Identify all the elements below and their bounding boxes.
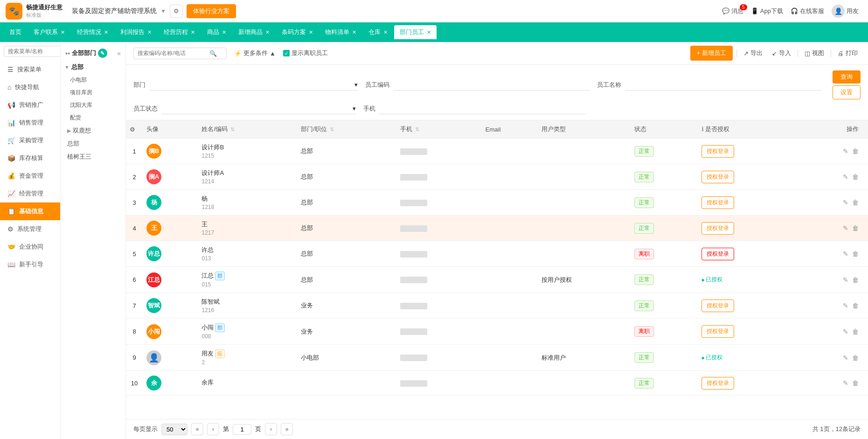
dept-sub-peihuo[interactable]: 配货 <box>61 111 125 124</box>
edit-icon[interactable]: ✎ <box>843 379 848 387</box>
online-service-button[interactable]: 🎧 在线客服 <box>791 7 824 15</box>
import-button[interactable]: ↙ 导入 <box>769 47 794 59</box>
col-name[interactable]: 姓名/编码 ⇅ <box>198 120 297 139</box>
title-dropdown-icon[interactable]: ▼ <box>160 8 166 14</box>
user-avatar[interactable]: 👤 用友 <box>832 5 859 18</box>
auth-login-button[interactable]: 授权登录 <box>701 300 734 312</box>
query-button[interactable]: 查询 <box>833 70 861 84</box>
nav-item-history[interactable]: 经营历程 ✕ <box>158 25 201 39</box>
nav-close-profit[interactable]: ✕ <box>147 29 152 35</box>
nav-item-employees[interactable]: 部门员工 ✕ <box>394 25 437 39</box>
last-page-button[interactable]: » <box>281 423 293 435</box>
trial-button[interactable]: 体验行业方案 <box>187 4 236 18</box>
app-download-button[interactable]: 📱 App下载 <box>751 7 783 15</box>
edit-icon[interactable]: ✎ <box>843 302 848 309</box>
page-number-input[interactable] <box>233 424 251 435</box>
delete-icon[interactable]: 🗑 <box>852 173 859 181</box>
search-input[interactable] <box>138 50 208 56</box>
sidebar-item-marketing[interactable]: 📢营销推广 <box>0 96 60 114</box>
auth-login-button[interactable]: 授权登录 <box>701 325 734 338</box>
auth-login-button[interactable]: 授权登录 <box>701 171 734 183</box>
nav-close-customer[interactable]: ✕ <box>61 29 65 35</box>
auth-login-button[interactable]: 授权登录 <box>701 248 734 260</box>
edit-icon[interactable]: ✎ <box>843 199 848 206</box>
prev-page-button[interactable]: ‹ <box>207 423 219 435</box>
more-filter-button[interactable]: ⚡ 更多条件 ▲ <box>230 47 279 59</box>
dept-sub-xiaodiandu[interactable]: 小电部 <box>61 74 125 86</box>
sort-name-icon[interactable]: ⇅ <box>230 126 235 132</box>
edit-icon[interactable]: ✎ <box>843 224 848 232</box>
nav-item-customer[interactable]: 客户联系 ✕ <box>28 25 70 39</box>
page-size-select[interactable]: 50 20 100 <box>161 424 187 435</box>
nav-close-add-goods[interactable]: ✕ <box>265 29 270 35</box>
nav-item-barcode[interactable]: 条码方案 ✕ <box>276 25 319 39</box>
employee-code-input[interactable] <box>393 79 590 91</box>
nav-close-barcode[interactable]: ✕ <box>309 29 313 35</box>
col-phone[interactable]: 手机 ⇅ <box>396 120 482 139</box>
dept-item-zhishu[interactable]: 植树王三 <box>61 150 125 163</box>
nav-item-warehouse[interactable]: 仓库 ✕ <box>363 25 393 39</box>
nav-close-employees[interactable]: ✕ <box>427 29 431 35</box>
dept-collapse-button[interactable]: « <box>117 49 121 57</box>
col-dept[interactable]: 部门/职位 ⇅ <box>297 120 396 139</box>
dept-sub-shenyang[interactable]: 沈阳大库 <box>61 99 125 111</box>
nav-item-profit[interactable]: 利润报告 ✕ <box>115 25 157 39</box>
sidebar-search-input[interactable] <box>4 46 61 57</box>
delete-icon[interactable]: 🗑 <box>852 276 859 284</box>
sidebar-item-system[interactable]: ⚙系统管理 <box>0 220 60 238</box>
delete-icon[interactable]: 🗑 <box>852 328 859 335</box>
print-button[interactable]: 🖨 打印 <box>835 47 861 59</box>
auth-login-button[interactable]: 授权登录 <box>701 377 734 390</box>
nav-item-bom[interactable]: 物料清单 ✕ <box>319 25 362 39</box>
dept-edit-button[interactable]: ✎ <box>98 49 107 58</box>
nav-item-home[interactable]: 首页 <box>4 25 27 39</box>
dept-group-title-zongbu[interactable]: ▼ 总部 <box>61 61 125 74</box>
dept-filter-select[interactable]: ▾ <box>149 79 358 91</box>
sidebar-item-guide[interactable]: 📖新手引导 <box>0 256 60 273</box>
sort-dept-icon[interactable]: ⇅ <box>330 126 334 132</box>
first-page-button[interactable]: « <box>191 423 203 435</box>
edit-icon[interactable]: ✎ <box>843 250 848 258</box>
view-button[interactable]: ◫ 视图 <box>802 47 827 59</box>
delete-icon[interactable]: 🗑 <box>852 379 859 387</box>
dept-item-zongbu2[interactable]: 总部 <box>61 137 125 150</box>
dept-sub-project[interactable]: 项目库房 <box>61 86 125 99</box>
auth-login-button[interactable]: 授权登录 <box>701 145 734 158</box>
phone-filter-input[interactable] <box>379 103 586 114</box>
nav-close-history[interactable]: ✕ <box>191 29 195 35</box>
sidebar-item-management[interactable]: 📈经营管理 <box>0 185 60 202</box>
nav-close-warehouse[interactable]: ✕ <box>383 29 388 35</box>
sidebar-item-quicknav[interactable]: ⌂快捷导航 <box>0 78 60 96</box>
nav-item-operation[interactable]: 经营情况 ✕ <box>71 25 114 39</box>
sort-phone-icon[interactable]: ⇅ <box>415 126 419 132</box>
sidebar-item-finance[interactable]: 💰资金管理 <box>0 167 60 185</box>
message-button[interactable]: 💬 消息 5 <box>722 7 743 15</box>
edit-icon[interactable]: ✎ <box>843 328 848 335</box>
sidebar-item-purchase[interactable]: 🛒采购管理 <box>0 132 60 149</box>
delete-icon[interactable]: 🗑 <box>852 224 859 232</box>
export-button[interactable]: ↗ 导出 <box>741 47 765 59</box>
col-settings[interactable]: ⚙ <box>126 120 143 139</box>
delete-icon[interactable]: 🗑 <box>852 302 859 309</box>
nav-item-goods[interactable]: 商品 ✕ <box>201 25 232 39</box>
next-page-button[interactable]: › <box>265 423 277 435</box>
auth-login-button[interactable]: 授权登录 <box>701 222 734 235</box>
edit-icon[interactable]: ✎ <box>843 276 848 284</box>
nav-close-operation[interactable]: ✕ <box>104 29 108 35</box>
nav-item-add-goods[interactable]: 新增商品 ✕ <box>233 25 275 39</box>
status-filter-select[interactable]: ▾ <box>161 103 356 114</box>
delete-icon[interactable]: 🗑 <box>852 250 859 258</box>
sidebar-item-search[interactable]: ☰搜索菜单 <box>0 61 60 78</box>
delete-icon[interactable]: 🗑 <box>852 147 859 155</box>
settings-button[interactable]: ⚙ <box>170 5 183 18</box>
nav-close-bom[interactable]: ✕ <box>352 29 356 35</box>
sidebar-item-basic-info[interactable]: 📋基础信息 <box>0 202 60 220</box>
sidebar-item-inventory[interactable]: 📦库存核算 <box>0 149 60 167</box>
delete-icon[interactable]: 🗑 <box>852 199 859 206</box>
edit-icon[interactable]: ✎ <box>843 354 848 362</box>
auth-login-button[interactable]: 授权登录 <box>701 196 734 209</box>
show-resigned-checkbox[interactable]: ✓ 显示离职员工 <box>283 49 328 57</box>
reset-button[interactable]: 设置 <box>833 85 861 99</box>
sidebar-item-sales[interactable]: 📊销售管理 <box>0 114 60 132</box>
nav-close-goods[interactable]: ✕ <box>222 29 226 35</box>
